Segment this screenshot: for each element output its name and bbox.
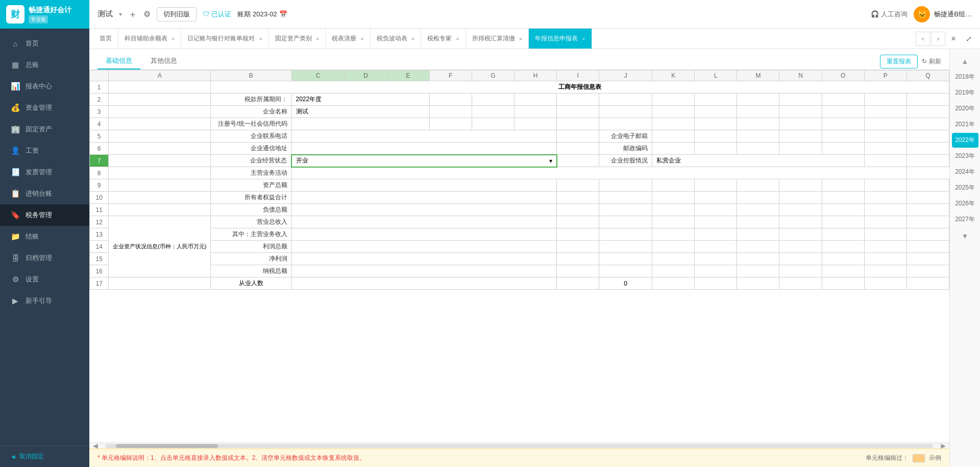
cell-3-C[interactable]: 测试 xyxy=(291,106,429,118)
cell-7-I[interactable] xyxy=(557,155,599,167)
cell-16-C[interactable] xyxy=(291,265,557,277)
cell-7-K[interactable]: 私营企业 xyxy=(652,155,865,167)
cell-2-M[interactable] xyxy=(737,94,779,106)
tab-aux-close[interactable]: × xyxy=(172,36,175,42)
cell-17-M[interactable] xyxy=(737,277,779,290)
cell-15-M[interactable] xyxy=(737,253,779,265)
cell-16-K[interactable] xyxy=(652,265,695,277)
tab-income-close[interactable]: × xyxy=(519,36,522,42)
cell-12-N[interactable] xyxy=(779,216,822,228)
cell-10-J[interactable] xyxy=(599,192,652,204)
year-nav-up-btn[interactable]: ▲ xyxy=(955,55,975,67)
cell-11-J[interactable] xyxy=(599,204,652,216)
year-2027[interactable]: 2027年 xyxy=(952,212,978,227)
cell-12-K[interactable] xyxy=(652,216,695,228)
h-scrollbar-track[interactable] xyxy=(106,444,933,448)
cell-3-G[interactable] xyxy=(472,106,514,118)
cell-17-Q[interactable] xyxy=(906,277,949,290)
tab-taxwave[interactable]: 税负波动表 × xyxy=(371,29,421,49)
sidebar-collapse-btn[interactable]: ◄ 取消固定 xyxy=(0,446,89,467)
cell-2-N[interactable] xyxy=(779,94,822,106)
cell-4-K[interactable] xyxy=(652,118,695,130)
cell-4-Q[interactable] xyxy=(906,118,949,130)
cell-13-J[interactable] xyxy=(599,228,652,241)
sidebar-item-fund[interactable]: 💰资金管理 xyxy=(0,97,89,119)
cell-6-I[interactable] xyxy=(557,143,599,155)
cell-1-A[interactable] xyxy=(109,81,211,94)
cell-10-M[interactable] xyxy=(737,192,779,204)
cell-13-C[interactable] xyxy=(291,228,557,241)
sidebar-item-tax[interactable]: 🔖税务管理 xyxy=(0,204,89,226)
sidebar-item-payroll[interactable]: 👤工资 xyxy=(0,140,89,161)
cell-5-K[interactable] xyxy=(652,130,695,143)
sidebar-item-guide[interactable]: ▶新手引导 xyxy=(0,290,89,312)
cell-12-I[interactable] xyxy=(557,216,599,228)
tab-annual[interactable]: 年报信息申报表 × xyxy=(529,29,592,49)
cell-3-I[interactable] xyxy=(557,106,599,118)
sidebar-item-asset[interactable]: 🏢固定资产 xyxy=(0,119,89,140)
cell-6-A[interactable] xyxy=(109,143,211,155)
sidebar-item-closeout[interactable]: 📁结账 xyxy=(0,226,89,247)
cell-11-N[interactable] xyxy=(779,204,822,216)
cell-11-M[interactable] xyxy=(737,204,779,216)
cell-9-Q[interactable] xyxy=(906,179,949,192)
cell-16-M[interactable] xyxy=(737,265,779,277)
cell-14-I[interactable] xyxy=(557,241,599,253)
h-scrollbar[interactable]: ◄ ► xyxy=(89,442,949,449)
cell-15-C[interactable] xyxy=(291,253,557,265)
cell-4-P[interactable] xyxy=(864,118,906,130)
cell-14-Q[interactable] xyxy=(906,241,949,253)
year-2018[interactable]: 2018年 xyxy=(952,69,978,84)
cell-13-M[interactable] xyxy=(737,228,779,241)
year-nav-down-btn[interactable]: ▼ xyxy=(955,230,975,242)
cell-4-M[interactable] xyxy=(737,118,779,130)
cell-17-C[interactable] xyxy=(291,277,557,290)
cell-9-K[interactable] xyxy=(652,179,695,192)
cell-5-M[interactable] xyxy=(737,130,779,143)
cell-17-I[interactable] xyxy=(557,277,599,290)
cell-2-Q[interactable] xyxy=(906,94,949,106)
cell-2-F[interactable] xyxy=(429,94,472,106)
cell-5-I[interactable] xyxy=(557,130,599,143)
sidebar-item-home[interactable]: ⌂首页 xyxy=(0,33,89,54)
sidebar-item-inout[interactable]: 📋进销台账 xyxy=(0,183,89,204)
cell-15-Q[interactable] xyxy=(906,253,949,265)
cell-17-K[interactable] xyxy=(652,277,695,290)
cell-2-G[interactable] xyxy=(472,94,514,106)
cell-3-L[interactable] xyxy=(695,106,737,118)
cell-3-K[interactable] xyxy=(652,106,695,118)
cell-14-P[interactable] xyxy=(864,241,906,253)
cell-7-Q[interactable] xyxy=(906,155,949,167)
cell-16-L[interactable] xyxy=(695,265,737,277)
cell-12-Q[interactable] xyxy=(906,216,949,228)
cell-11-C[interactable] xyxy=(291,204,557,216)
add-tab-btn[interactable]: ＋ xyxy=(128,10,137,19)
cell-16-I[interactable] xyxy=(557,265,599,277)
cell-11-P[interactable] xyxy=(864,204,906,216)
cell-3-F[interactable] xyxy=(429,106,472,118)
sidebar-item-settings[interactable]: ⚙设置 xyxy=(0,269,89,290)
cell-12-C[interactable] xyxy=(291,216,557,228)
tab-taxcheck-close[interactable]: × xyxy=(456,36,459,42)
cell-9-C[interactable] xyxy=(291,179,557,192)
year-2026[interactable]: 2026年 xyxy=(952,196,978,211)
cell-14-J[interactable] xyxy=(599,241,652,253)
tab-journal[interactable]: 日记账与银行对账单核对 × xyxy=(181,29,268,49)
year-2023[interactable]: 2023年 xyxy=(952,149,978,164)
cell-17-J[interactable]: 0 xyxy=(599,277,652,290)
cell-10-Q[interactable] xyxy=(906,192,949,204)
tab-fixed[interactable]: 固定资产类别 × xyxy=(269,29,326,49)
cell-15-J[interactable] xyxy=(599,253,652,265)
cell-15-P[interactable] xyxy=(864,253,906,265)
switch-version-btn[interactable]: 切到旧版 xyxy=(157,7,197,21)
tab-fixed-close[interactable]: × xyxy=(316,36,319,42)
cell-14-N[interactable] xyxy=(779,241,822,253)
cell-16-Q[interactable] xyxy=(906,265,949,277)
tab-expand-btn[interactable]: ⤢ xyxy=(962,32,976,46)
cell-12-J[interactable] xyxy=(599,216,652,228)
cell-5-L[interactable] xyxy=(695,130,737,143)
cell-7-P[interactable] xyxy=(864,155,906,167)
cell-2-C[interactable]: 2022年度 xyxy=(291,94,429,106)
cell-11-L[interactable] xyxy=(695,204,737,216)
cell-15-N[interactable] xyxy=(779,253,822,265)
